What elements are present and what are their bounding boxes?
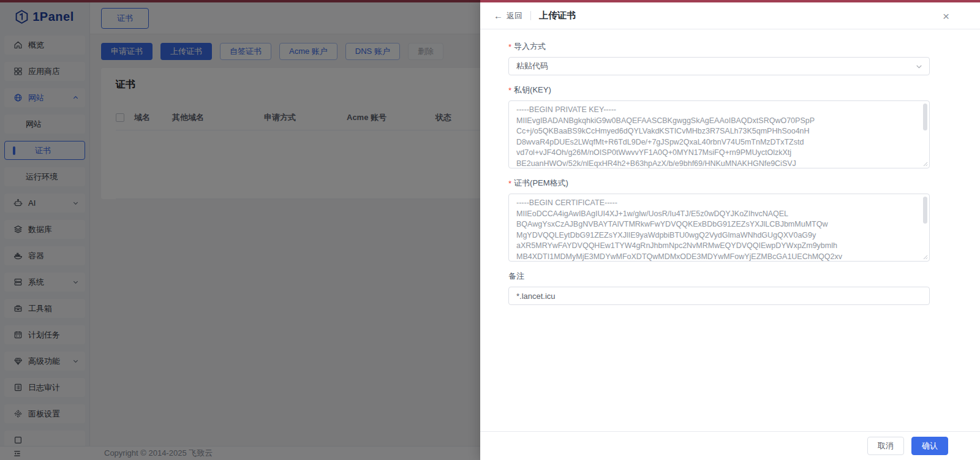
resize-handle-icon[interactable]	[923, 162, 928, 167]
import-mode-select[interactable]: 粘贴代码	[508, 57, 930, 75]
back-button[interactable]: ← 返回	[494, 10, 522, 21]
certificate-label: 证书(PEM格式)	[508, 178, 930, 189]
import-mode-label: 导入方式	[508, 41, 930, 52]
remark-input[interactable]	[508, 287, 930, 305]
resize-handle-icon[interactable]	[923, 255, 928, 260]
screen: 1Panel 概览 应用商店	[0, 0, 980, 460]
private-key-textarea[interactable]: -----BEGIN PRIVATE KEY----- MIIEvgIBADAN…	[509, 101, 929, 168]
drawer-body: 导入方式 粘贴代码 私钥(KEY) -----BEGIN PRIVATE KEY…	[480, 29, 980, 431]
drawer-title: 上传证书	[539, 10, 576, 21]
drawer-header: ← 返回 上传证书 ×	[480, 2, 980, 29]
private-key-field: -----BEGIN PRIVATE KEY----- MIIEvgIBADAN…	[508, 100, 930, 168]
cancel-button[interactable]: 取消	[867, 437, 904, 455]
remark-label: 备注	[508, 271, 930, 282]
confirm-button[interactable]: 确认	[911, 437, 948, 455]
drawer-footer: 取消 确认	[480, 431, 980, 460]
textarea-scrollbar-thumb[interactable]	[923, 104, 927, 130]
upload-cert-drawer: ← 返回 上传证书 × 导入方式 粘贴代码 私钥(KEY) -----BEGIN…	[480, 0, 980, 460]
header-divider	[530, 11, 531, 20]
close-icon[interactable]: ×	[943, 10, 949, 21]
certificate-field: -----BEGIN CERTIFICATE----- MIIEoDCCA4ig…	[508, 194, 930, 262]
certificate-textarea[interactable]: -----BEGIN CERTIFICATE----- MIIEoDCCA4ig…	[509, 194, 929, 261]
arrow-left-icon: ←	[494, 11, 503, 20]
chevron-down-icon	[915, 62, 923, 70]
private-key-label: 私钥(KEY)	[508, 85, 930, 96]
textarea-scrollbar-thumb[interactable]	[923, 197, 927, 224]
